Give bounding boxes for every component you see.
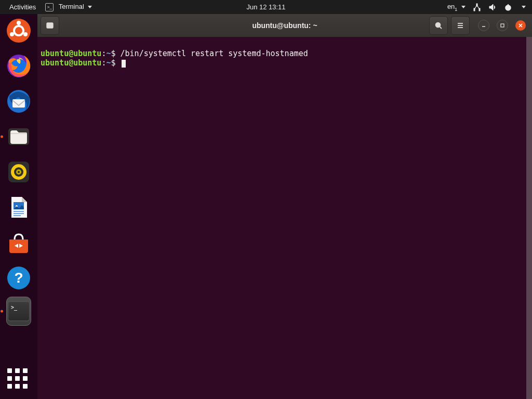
terminal-menu-icon: >_ [45,3,54,11]
app-menu-button[interactable]: >_ Terminal [41,1,96,14]
dock-item-terminal[interactable]: >_ [6,299,31,324]
text-cursor [122,60,126,68]
svg-point-20 [18,171,20,173]
dock-item-help[interactable]: ? [6,265,31,290]
svg-point-9 [10,32,14,36]
search-button[interactable] [429,16,448,35]
svg-text:?: ? [14,270,23,286]
help-icon: ? [6,265,31,290]
chevron-down-icon [88,6,92,8]
window-maximize-button[interactable] [497,20,508,31]
terminal-viewport[interactable]: ubuntu@ubuntu:~$ /bin/systemctl restart … [37,37,532,399]
svg-point-8 [17,21,21,25]
rhythmbox-icon [6,159,31,184]
prompt-user: ubuntu@ubuntu [41,49,101,58]
app-menu-label: Terminal [59,3,84,10]
activities-button[interactable]: Activities [5,1,40,13]
prompt-symbol: $ [111,49,115,58]
dock-item-firefox[interactable] [6,54,31,78]
clock-button[interactable]: Jun 12 13:11 [242,1,289,13]
svg-point-31 [436,23,441,28]
volume-icon[interactable] [488,3,497,11]
ubuntu-software-icon [6,230,31,255]
ubuntu-logo-icon [6,18,31,43]
chevron-down-icon [461,6,466,8]
prompt-symbol: $ [111,58,115,68]
input-source-indicator[interactable]: en1 [447,3,466,12]
system-menu-chevron-icon[interactable] [522,6,526,8]
terminal-window: ubuntu@ubuntu: ~ ubuntu@ubuntu:~$ /bin/s… [37,14,532,399]
dock-item-thunderbird[interactable] [6,89,31,114]
window-titlebar[interactable]: ubuntu@ubuntu: ~ [37,14,532,37]
new-tab-button[interactable] [41,16,59,35]
svg-line-32 [440,27,442,29]
network-icon[interactable] [473,3,481,11]
terminal-scrollbar[interactable] [526,37,532,399]
terminal-glyph: >_ [11,304,17,310]
show-applications-button[interactable] [7,368,28,389]
dock-item-rhythmbox[interactable] [6,159,31,184]
ubuntu-dock: ? >_ [0,14,37,399]
terminal-icon: >_ [6,297,31,326]
input-source-index: 1 [455,6,457,11]
libreoffice-writer-icon [6,195,31,220]
hamburger-menu-button[interactable] [451,16,470,35]
input-source-label: en [447,3,455,10]
thunderbird-icon [6,89,31,114]
window-close-button[interactable] [515,20,526,31]
svg-rect-14 [12,99,25,108]
svg-marker-3 [489,4,493,10]
svg-rect-37 [501,24,504,27]
prompt-user: ubuntu@ubuntu [41,58,101,68]
command-text: /bin/systemctl restart systemd-hostnamed [116,49,308,58]
gnome-top-bar: Activities >_ Terminal Jun 12 13:11 en1 [0,0,532,14]
files-icon [6,124,31,149]
dock-item-files[interactable] [6,124,31,149]
dock-item-ubuntu-software[interactable] [6,230,31,255]
dock-item-ubuntu[interactable] [6,18,31,43]
firefox-icon [6,54,31,78]
power-icon[interactable] [504,3,512,11]
window-minimize-button[interactable] [478,20,489,31]
dock-item-libreoffice-writer[interactable] [6,195,31,220]
svg-point-10 [23,32,28,36]
